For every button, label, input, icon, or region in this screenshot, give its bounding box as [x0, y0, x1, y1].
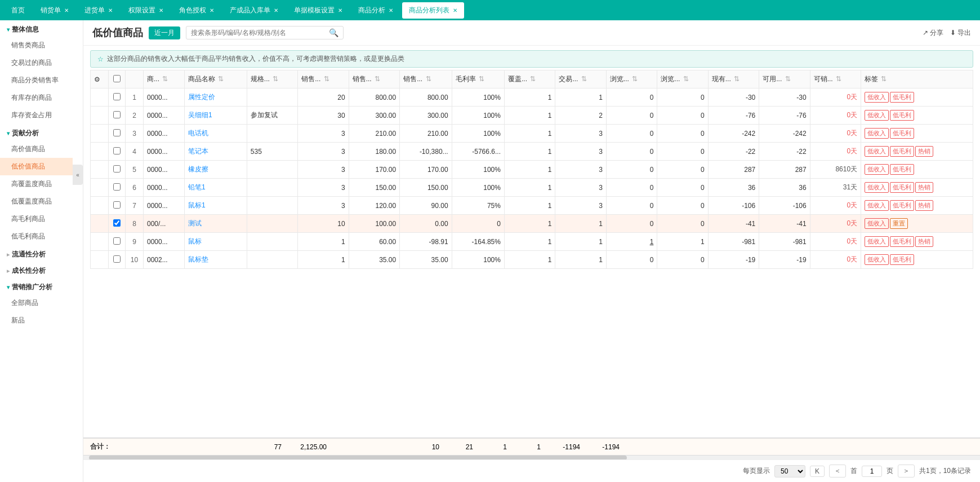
row-checkbox[interactable] [113, 201, 121, 209]
checkbox-cell[interactable] [109, 251, 126, 269]
row-checkbox[interactable] [113, 237, 121, 245]
nav-close-template[interactable]: ✕ [338, 7, 342, 14]
row-name[interactable]: 鼠标垫 [185, 251, 247, 269]
row-col10[interactable]: 0 [606, 197, 657, 215]
sidebar-item-sales-goods[interactable]: 销售类商品 [0, 37, 73, 54]
checkbox-cell[interactable] [109, 143, 126, 161]
nav-sales[interactable]: 销货单 ✕ [34, 2, 75, 19]
row-col10[interactable]: 0 [606, 89, 657, 107]
page-input[interactable] [862, 466, 882, 477]
sidebar-item-low-coverage[interactable]: 低覆盖度商品 [0, 193, 73, 210]
row-col8: 1 [504, 107, 555, 125]
col-header-trade[interactable]: 交易... ⇅ [555, 70, 606, 89]
settings-icon[interactable]: ⚙ [94, 76, 100, 83]
nav-purchase[interactable]: 进货单 ✕ [78, 2, 119, 19]
nav-home[interactable]: 首页 [5, 2, 32, 19]
row-col10[interactable]: 0 [606, 161, 657, 179]
row-col10[interactable]: 0 [606, 215, 657, 233]
col-header-browse2[interactable]: 浏览... ⇅ [657, 70, 708, 89]
row-name[interactable]: 鼠标 [185, 233, 247, 251]
row-col10[interactable]: 0 [606, 179, 657, 197]
col-header-code[interactable]: 商... ⇅ [144, 70, 185, 89]
col-header-coverage[interactable]: 覆盖... ⇅ [504, 70, 555, 89]
nav-permissions[interactable]: 权限设置 ✕ [122, 2, 170, 19]
nav-product-warehouse[interactable]: 产成品入库单 ✕ [223, 2, 285, 19]
col-header-saleable[interactable]: 可销... ⇅ [810, 70, 861, 89]
row-col10[interactable]: 1 [606, 233, 657, 251]
col-header-sale2[interactable]: 销售... ⇅ [349, 70, 399, 89]
row-col10[interactable]: 0 [606, 143, 657, 161]
sidebar-item-traded-goods[interactable]: 交易过的商品 [0, 54, 73, 72]
sidebar-item-low-margin[interactable]: 低毛利商品 [0, 228, 73, 245]
sidebar-item-high-coverage[interactable]: 高覆盖度商品 [0, 175, 73, 193]
row-name[interactable]: 属性定价 [185, 89, 247, 107]
col-header-available[interactable]: 可用... ⇅ [759, 70, 810, 89]
sidebar-item-high-margin[interactable]: 高毛利商品 [0, 210, 73, 228]
row-col10[interactable]: 0 [606, 125, 657, 143]
col-header-sale3[interactable]: 销售... ⇅ [400, 70, 452, 89]
nav-close-product-analysis[interactable]: ✕ [389, 7, 393, 14]
share-btn[interactable]: ↗ 分享 [923, 28, 943, 38]
row-checkbox[interactable] [113, 183, 121, 191]
select-all-checkbox[interactable] [113, 75, 121, 82]
col-header-name[interactable]: 商品名称 ⇅ [185, 70, 247, 89]
row-name[interactable]: 鼠标1 [185, 197, 247, 215]
nav-roles[interactable]: 角色授权 ✕ [172, 2, 221, 19]
row-checkbox[interactable] [113, 111, 121, 118]
nav-template[interactable]: 单据模板设置 ✕ [287, 2, 349, 19]
sidebar-item-category-rate[interactable]: 商品分类销售率 [0, 72, 73, 89]
sidebar-item-new-goods[interactable]: 新品 [0, 312, 73, 329]
nav-product-analysis-list[interactable]: 商品分析列表 ✕ [402, 2, 464, 19]
row-name[interactable]: 测试 [185, 215, 247, 233]
next-page-btn[interactable]: ＞ [898, 465, 915, 477]
sidebar-item-all-goods[interactable]: 全部商品 [0, 294, 73, 312]
row-checkbox[interactable] [113, 147, 121, 154]
row-col5: 210.00 [349, 125, 399, 143]
export-btn[interactable]: ⬇ 导出 [950, 28, 971, 38]
col-header-browse1[interactable]: 浏览... ⇅ [606, 70, 657, 89]
row-checkbox[interactable] [113, 93, 121, 100]
col-header-margin[interactable]: 毛利率 ⇅ [452, 70, 504, 89]
checkbox-cell[interactable] [109, 89, 126, 107]
nav-close-purchase[interactable]: ✕ [108, 7, 113, 14]
row-col10[interactable]: 0 [606, 251, 657, 269]
row-checkbox[interactable] [113, 255, 121, 263]
row-name[interactable]: 吴细细1 [185, 107, 247, 125]
row-name[interactable]: 笔记本 [185, 143, 247, 161]
nav-close-product-analysis-list[interactable]: ✕ [453, 7, 457, 14]
sidebar-item-high-value[interactable]: 高价值商品 [0, 140, 73, 158]
nav-product-analysis[interactable]: 商品分析 ✕ [351, 2, 400, 19]
filter-recent-month-btn[interactable]: 近一月 [149, 26, 180, 39]
sidebar-item-low-value[interactable]: 低价值商品 [0, 158, 73, 175]
checkbox-cell[interactable] [109, 125, 126, 143]
prev-page-btn[interactable]: ＜ [829, 465, 846, 477]
col-header-current[interactable]: 现有... ⇅ [708, 70, 759, 89]
row-name[interactable]: 铅笔1 [185, 179, 247, 197]
search-icon[interactable]: 🔍 [329, 28, 338, 37]
checkbox-cell[interactable] [109, 161, 126, 179]
checkbox-cell[interactable] [109, 179, 126, 197]
row-name[interactable]: 橡皮擦 [185, 161, 247, 179]
sidebar-item-stock-capital[interactable]: 库存资金占用 [0, 107, 73, 124]
checkbox-cell[interactable] [109, 233, 126, 251]
col-header-tags[interactable]: 标签 ⇅ [861, 70, 973, 89]
sidebar-item-stock-goods[interactable]: 有库存的商品 [0, 89, 73, 107]
col-header-sale1[interactable]: 销售... ⇅ [298, 70, 349, 89]
row-checkbox[interactable] [113, 129, 121, 136]
sidebar-collapse-btn[interactable]: « [73, 165, 83, 185]
nav-close-sales[interactable]: ✕ [64, 7, 69, 14]
row-checkbox[interactable] [113, 219, 121, 227]
checkbox-cell[interactable] [109, 107, 126, 125]
nav-close-product-warehouse[interactable]: ✕ [274, 7, 278, 14]
nav-close-roles[interactable]: ✕ [210, 7, 214, 14]
search-input[interactable] [191, 29, 327, 37]
page-size-select[interactable]: 50 100 200 [774, 465, 805, 477]
checkbox-cell[interactable] [109, 215, 126, 233]
nav-close-permissions[interactable]: ✕ [159, 7, 163, 14]
row-name[interactable]: 电话机 [185, 125, 247, 143]
row-checkbox[interactable] [113, 165, 121, 173]
checkbox-cell[interactable] [109, 197, 126, 215]
row-col10[interactable]: 0 [606, 107, 657, 125]
first-page-btn[interactable]: K [810, 466, 825, 477]
col-header-spec[interactable]: 规格... ⇅ [247, 70, 297, 89]
